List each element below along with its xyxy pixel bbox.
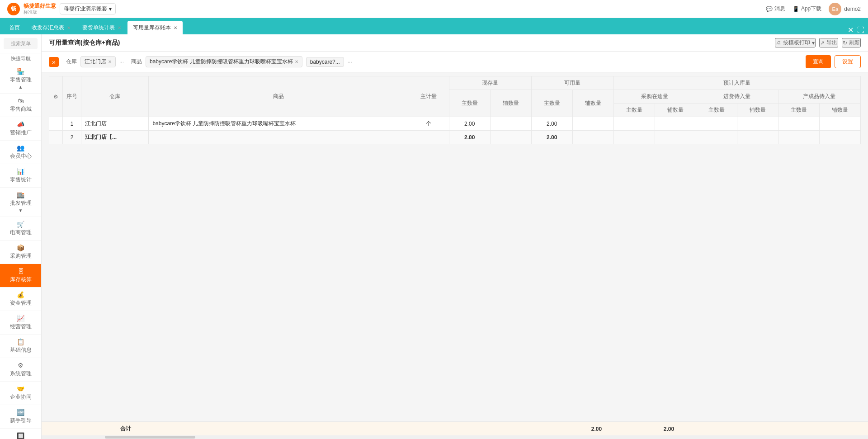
sidebar-item-app-center[interactable]: 🔲 应用中心 — [0, 429, 41, 439]
quick-nav-btn[interactable]: 快捷导航 — [0, 53, 41, 64]
app-center-icon: 🔲 — [17, 432, 24, 439]
system-icon: ⚙ — [18, 362, 24, 369]
sidebar-item-ecommerce[interactable]: 🛒 电商管理 — [0, 217, 41, 241]
query-btn[interactable]: 查询 — [806, 55, 831, 68]
sidebar-item-purchase[interactable]: 📦 采购管理 — [0, 241, 41, 264]
sidebar-item-new-guide[interactable]: 🆕 新手引导 — [0, 405, 41, 429]
th-forecast-group: 预计入库量 — [613, 76, 860, 90]
tab-order-stats[interactable]: 要货单统计表 ✕ — [77, 21, 127, 34]
row1-production-main — [778, 117, 819, 131]
warehouse-more-btn[interactable]: ··· — [119, 59, 124, 65]
sidebar-item-marketing[interactable]: 📣 营销推广 — [0, 117, 41, 141]
wholesale-icon: 🏬 — [17, 191, 24, 198]
th-production-aux: 辅数量 — [819, 104, 860, 117]
goods-tag-1[interactable]: babycare学饮杯 儿童防摔防撞吸管杯重力球吸嘴杯宝宝水杯 ✕ — [146, 56, 302, 67]
message-btn[interactable]: 💬 消息 — [766, 5, 785, 13]
row2-goods — [149, 131, 408, 144]
row1-num: 1 — [63, 117, 81, 131]
row2-purchase-main — [613, 131, 655, 144]
row2-available-aux — [572, 131, 613, 144]
close-tab-available-stock[interactable]: ✕ — [174, 25, 177, 30]
sidebar-item-retail-mgmt[interactable]: 🏪 零售管理 ▲ — [0, 64, 41, 94]
footer-stock-aux — [614, 422, 651, 435]
app-download-btn[interactable]: 📱 App下载 — [793, 5, 821, 13]
row1-stock-aux — [490, 117, 531, 131]
base-info-icon: 📋 — [17, 338, 24, 345]
scrollbar-thumb[interactable] — [105, 436, 195, 439]
row1-unit: 个 — [408, 117, 449, 131]
warehouse-tag-close[interactable]: ✕ — [108, 59, 112, 64]
row1-purchase-main — [613, 117, 655, 131]
goods-more-btn[interactable]: ··· — [348, 59, 352, 65]
footer-empty1 — [49, 422, 62, 435]
top-bar: 畅 畅捷通好生意 标准版 母婴行业演示账套 ▾ 💬 消息 📱 App下载 Ea … — [0, 0, 868, 18]
top-bar-right: 💬 消息 📱 App下载 Ea demo2 — [766, 3, 861, 15]
row2-stock-aux — [490, 131, 531, 144]
footer-empty3 — [80, 422, 117, 435]
sidebar-item-system[interactable]: ⚙ 系统管理 — [0, 358, 41, 382]
app-logo: 畅 — [7, 3, 20, 15]
row2-num: 2 — [63, 131, 81, 144]
brand-name: 畅捷通好生意 — [24, 3, 56, 9]
row2-purchase-aux — [655, 131, 696, 144]
export-btn[interactable]: ↗ 导出 — [819, 38, 838, 47]
warehouse-tag[interactable]: 江北门店 ✕ — [80, 56, 116, 67]
settings-btn[interactable]: 设置 — [835, 55, 861, 68]
row1-warehouse: 江北门店 — [81, 117, 149, 131]
refresh-btn[interactable]: ↻ 刷新 — [842, 38, 861, 47]
brand-sub: 标准版 — [24, 9, 56, 15]
user-menu[interactable]: Ea demo2 — [829, 3, 861, 15]
page-actions: 🖨 按模板打印 ▾ ↗ 导出 ↻ 刷新 — [775, 38, 861, 47]
tab-available-stock[interactable]: 可用量库存账本 ✕ — [127, 21, 183, 34]
expand-arrow-wholesale-icon: ▼ — [19, 208, 23, 213]
top-bar-left: 畅 畅捷通好生意 标准版 母婴行业演示账套 ▾ — [7, 3, 116, 15]
sidebar-item-enterprise[interactable]: 🤝 企业协同 — [0, 382, 41, 405]
row1-available-aux — [572, 117, 613, 131]
sidebar-item-retail-store[interactable]: 🛍 零售商城 — [0, 94, 41, 117]
data-table: ⚙ 序号 仓库 商品 主计量 现存量 可用量 预计入库量 主数量 辅数量 主数量… — [49, 76, 861, 144]
retail-store-icon: 🛍 — [18, 97, 24, 104]
goods-tag-2[interactable]: babycare?... — [306, 57, 344, 67]
org-selector[interactable]: 母婴行业演示账套 ▾ — [60, 3, 116, 14]
filter-expand-btn[interactable]: » — [49, 57, 59, 67]
row2-warehouse: 江北门店【... — [81, 131, 149, 144]
th-stock-group: 现存量 — [449, 76, 531, 90]
page-header: 可用量查询(按仓库+商品) 🖨 按模板打印 ▾ ↗ 导出 ↻ 刷新 — [42, 34, 868, 52]
footer-unit-empty — [551, 422, 578, 435]
footer-rest — [687, 422, 861, 435]
sidebar-item-finance[interactable]: 💰 资金管理 — [0, 288, 41, 311]
close-all-tabs-btn[interactable]: ✕ — [848, 26, 854, 34]
table-row: 2 江北门店【... 2.00 2.00 — [49, 131, 861, 144]
search-menu-btn[interactable]: 搜索菜单 — [4, 38, 38, 49]
close-tab-order-stats[interactable]: ✕ — [118, 25, 121, 30]
sidebar-item-base-info[interactable]: 📋 基础信息 — [0, 335, 41, 358]
enterprise-icon: 🤝 — [17, 385, 24, 392]
th-gear[interactable]: ⚙ — [49, 76, 63, 117]
th-incoming-group: 进货待入量 — [696, 90, 778, 104]
sidebar-item-operations[interactable]: 📈 经营管理 — [0, 311, 41, 335]
filter-actions: 查询 设置 — [806, 55, 861, 68]
goods-tag-1-close[interactable]: ✕ — [295, 59, 298, 64]
operations-icon: 📈 — [17, 315, 24, 322]
row1-stock-main: 2.00 — [449, 117, 490, 131]
nav-tabs: 首页 收发存汇总表 ✕ 要货单统计表 ✕ 可用量库存账本 ✕ ✕ ⛶ — [0, 18, 868, 34]
template-print-btn[interactable]: 🖨 按模板打印 ▾ — [775, 38, 816, 47]
table-area: ⚙ 序号 仓库 商品 主计量 现存量 可用量 预计入库量 主数量 辅数量 主数量… — [42, 72, 868, 421]
horizontal-scrollbar[interactable] — [42, 435, 868, 439]
maximize-btn[interactable]: ⛶ — [857, 26, 864, 34]
sidebar-item-inventory[interactable]: 🗄 库存核算 — [0, 264, 41, 288]
sidebar-item-member[interactable]: 👥 会员中心 — [0, 141, 41, 164]
row2-production-main — [778, 131, 819, 144]
footer-stock-main: 2.00 — [578, 422, 614, 435]
sidebar-item-retail-stats[interactable]: 📊 零售统计 — [0, 164, 41, 188]
th-production-group: 产成品待入量 — [778, 90, 860, 104]
close-tab-receive-pay[interactable]: ✕ — [67, 25, 71, 30]
sidebar-search-area: 搜索菜单 — [0, 34, 41, 53]
tab-receive-pay[interactable]: 收发存汇总表 ✕ — [26, 21, 76, 34]
purchase-icon: 📦 — [17, 244, 24, 251]
sidebar-item-wholesale[interactable]: 🏬 批发管理 ▼ — [0, 188, 41, 217]
tab-home[interactable]: 首页 — [4, 21, 25, 34]
th-purchase-group: 采购在途量 — [613, 90, 696, 104]
footer-empty2 — [62, 422, 80, 435]
row1-incoming-main — [696, 117, 737, 131]
